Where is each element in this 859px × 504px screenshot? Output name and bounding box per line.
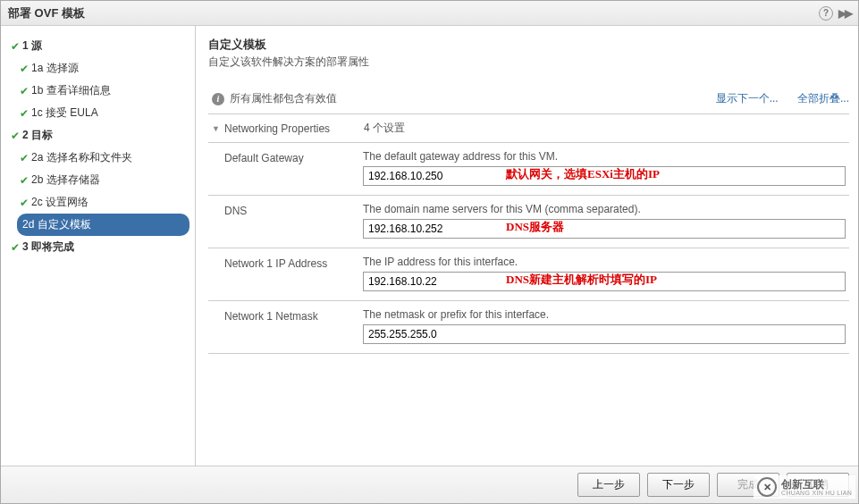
step-ready-complete[interactable]: ✔3 即将完成 xyxy=(1,236,195,258)
titlebar: 部署 OVF 模板 ? ▶▶ xyxy=(1,1,858,26)
chevron-down-icon: ▼ xyxy=(212,124,224,133)
check-icon: ✔ xyxy=(17,152,31,164)
prop-label: Network 1 Netmask xyxy=(224,308,363,344)
section-networking[interactable]: ▼ Networking Properties 4 个设置 xyxy=(208,114,849,143)
check-icon: ✔ xyxy=(8,241,22,254)
prop-default-gateway: Default Gateway The default gateway addr… xyxy=(208,143,849,196)
section-count: 4 个设置 xyxy=(364,121,405,136)
step-setup-networks[interactable]: ✔2c 设置网络 xyxy=(1,191,195,214)
footer: 上一步 下一步 完成 取消 xyxy=(1,466,858,503)
validation-text: 所有属性都包含有效值 xyxy=(230,91,700,106)
step-source[interactable]: ✔1 源 xyxy=(1,35,195,57)
ovf-deploy-dialog: 部署 OVF 模板 ? ▶▶ ✔1 源 ✔1a 选择源 ✔1b 查看详细信息 ✔… xyxy=(0,0,859,504)
cancel-button[interactable]: 取消 xyxy=(787,473,849,497)
prop-label: Default Gateway xyxy=(224,150,363,186)
page-title: 自定义模板 xyxy=(208,37,849,53)
prop-label: DNS xyxy=(224,203,363,239)
finish-button: 完成 xyxy=(717,473,779,497)
content-pane: 自定义模板 自定义该软件解决方案的部署属性 i 所有属性都包含有效值 显示下一个… xyxy=(196,26,858,466)
collapse-all-link[interactable]: 全部折叠... xyxy=(797,92,849,105)
step-select-source[interactable]: ✔1a 选择源 xyxy=(1,57,195,80)
next-button[interactable]: 下一步 xyxy=(647,473,710,497)
step-accept-eula[interactable]: ✔1c 接受 EULA xyxy=(1,102,195,124)
prop-netmask: Network 1 Netmask The netmask or prefix … xyxy=(208,301,849,354)
prop-desc: The netmask or prefix for this interface… xyxy=(363,308,846,321)
info-icon: i xyxy=(212,93,224,105)
section-title: Networking Properties xyxy=(224,122,364,135)
check-icon: ✔ xyxy=(17,63,31,75)
back-button[interactable]: 上一步 xyxy=(577,473,640,497)
default-gateway-input[interactable] xyxy=(363,166,846,186)
step-customize-template[interactable]: 2d 自定义模板 xyxy=(17,214,189,236)
ip-address-input[interactable] xyxy=(363,272,846,291)
help-icon[interactable]: ? xyxy=(819,6,833,21)
step-select-name-folder[interactable]: ✔2a 选择名称和文件夹 xyxy=(1,147,195,169)
check-icon: ✔ xyxy=(8,130,22,142)
step-review-details[interactable]: ✔1b 查看详细信息 xyxy=(1,80,195,102)
step-destination[interactable]: ✔2 目标 xyxy=(1,124,195,147)
step-select-storage[interactable]: ✔2b 选择存储器 xyxy=(1,169,195,191)
check-icon: ✔ xyxy=(17,85,31,97)
prop-dns: DNS The domain name servers for this VM … xyxy=(208,196,849,248)
prop-desc: The domain name servers for this VM (com… xyxy=(363,203,846,215)
check-icon: ✔ xyxy=(17,197,31,209)
expand-icon[interactable]: ▶▶ xyxy=(838,7,851,20)
prop-desc: The IP address for this interface. xyxy=(363,256,846,268)
prop-label: Network 1 IP Address xyxy=(224,256,363,291)
page-subtitle: 自定义该软件解决方案的部署属性 xyxy=(208,55,849,70)
wizard-steps-sidebar: ✔1 源 ✔1a 选择源 ✔1b 查看详细信息 ✔1c 接受 EULA ✔2 目… xyxy=(1,26,196,466)
validation-row: i 所有属性都包含有效值 显示下一个... 全部折叠... xyxy=(208,86,849,114)
dns-input[interactable] xyxy=(363,219,846,239)
show-next-link[interactable]: 显示下一个... xyxy=(716,92,779,105)
prop-desc: The default gateway address for this VM. xyxy=(363,150,846,163)
check-icon: ✔ xyxy=(8,40,22,53)
prop-ip-address: Network 1 IP Address The IP address for … xyxy=(208,248,849,301)
check-icon: ✔ xyxy=(17,107,31,120)
check-icon: ✔ xyxy=(17,174,31,187)
netmask-input[interactable] xyxy=(363,324,846,344)
dialog-title: 部署 OVF 模板 xyxy=(8,5,819,21)
